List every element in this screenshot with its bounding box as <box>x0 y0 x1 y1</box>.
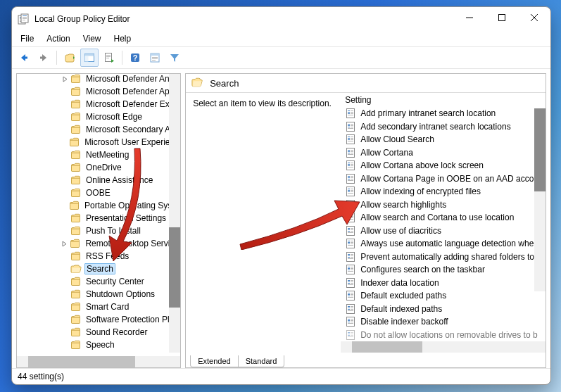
setting-row[interactable]: Indexer data location <box>341 277 546 290</box>
expand-icon[interactable] <box>61 341 69 349</box>
setting-row[interactable]: Allow Cortana <box>341 146 546 160</box>
setting-row[interactable]: Do not allow locations on removable driv… <box>341 329 546 342</box>
setting-row[interactable]: Add secondary intranet search locations <box>341 120 546 134</box>
setting-row[interactable]: Allow use of diacritics <box>341 225 546 238</box>
tree-item[interactable]: Push To Install <box>17 225 180 237</box>
column-header-setting[interactable]: Setting <box>341 93 546 107</box>
tree-item[interactable]: Microsoft Defender Anti <box>17 74 180 85</box>
menu-help[interactable]: Help <box>108 32 137 45</box>
setting-row[interactable]: Allow search and Cortana to use location <box>341 211 546 225</box>
expand-icon[interactable] <box>61 315 69 324</box>
menu-action[interactable]: Action <box>41 32 75 45</box>
tree-item[interactable]: Speech <box>17 339 180 351</box>
setting-row[interactable]: Add primary intranet search location <box>341 107 546 120</box>
tree-item[interactable]: Microsoft Edge <box>17 110 180 123</box>
expand-icon[interactable] <box>61 138 68 146</box>
properties-button[interactable] <box>146 49 164 67</box>
expand-icon[interactable] <box>61 189 69 197</box>
svg-rect-153 <box>348 258 353 259</box>
forward-button[interactable] <box>34 49 53 67</box>
folder-icon <box>70 149 82 160</box>
setting-row[interactable]: Allow search highlights <box>341 198 546 212</box>
expand-icon[interactable] <box>61 87 69 96</box>
expand-icon[interactable] <box>61 303 69 311</box>
tree-item[interactable]: Portable Operating Syste <box>17 199 180 212</box>
tree-item[interactable]: Software Protection Platf <box>17 313 180 326</box>
tree-item[interactable]: Online Assistance <box>17 174 180 186</box>
setting-row[interactable]: Configures search on the taskbar <box>341 263 546 277</box>
expand-icon[interactable] <box>61 290 69 298</box>
tree-item[interactable]: Microsoft Defender Expl <box>17 98 180 110</box>
tree-item[interactable]: RSS Feeds <box>17 250 180 263</box>
svg-rect-22 <box>106 53 112 62</box>
svg-rect-175 <box>351 294 353 295</box>
expand-icon[interactable] <box>61 201 68 210</box>
tab-extended[interactable]: Extended <box>190 355 238 367</box>
tree-item-label: Search <box>84 263 115 274</box>
expand-icon[interactable] <box>61 176 69 184</box>
filter-button[interactable] <box>165 49 184 67</box>
setting-row[interactable]: Always use automatic language detection … <box>341 237 546 251</box>
up-button[interactable] <box>61 49 79 67</box>
menu-view[interactable]: View <box>77 32 107 45</box>
setting-row[interactable]: Default indexed paths <box>341 303 546 316</box>
svg-rect-36 <box>72 77 80 82</box>
tree-item[interactable]: Microsoft Secondary Aut <box>17 123 180 136</box>
expand-icon[interactable] <box>61 214 69 222</box>
tree-item[interactable]: Shutdown Options <box>17 288 180 301</box>
expand-icon[interactable] <box>61 113 69 121</box>
expand-icon[interactable] <box>61 265 69 273</box>
expand-icon[interactable] <box>61 151 69 159</box>
expand-icon[interactable] <box>61 163 69 172</box>
svg-rect-51 <box>72 254 80 260</box>
menu-file[interactable]: File <box>15 32 39 45</box>
maximize-button[interactable] <box>486 7 518 28</box>
tree-item[interactable]: OOBE <box>17 186 180 199</box>
expand-icon[interactable] <box>61 227 69 235</box>
list-vertical-scrollbar[interactable] <box>534 108 546 291</box>
expand-icon[interactable] <box>61 328 69 336</box>
svg-rect-141 <box>348 244 350 244</box>
export-button[interactable] <box>100 49 118 67</box>
tree-vertical-scrollbar[interactable] <box>169 74 180 353</box>
tree-item[interactable]: Microsoft User Experienc <box>17 136 180 148</box>
expand-icon[interactable] <box>61 125 69 134</box>
tree-horizontal-scrollbar[interactable] <box>17 356 180 367</box>
svg-rect-145 <box>348 245 353 246</box>
back-button[interactable] <box>15 49 33 67</box>
setting-row[interactable]: Default excluded paths <box>341 289 546 303</box>
close-button[interactable] <box>518 7 550 28</box>
setting-row[interactable]: Allow Cortana above lock screen <box>341 159 546 172</box>
minimize-button[interactable] <box>453 7 486 28</box>
expand-icon[interactable] <box>61 252 69 260</box>
expand-icon[interactable] <box>61 239 68 248</box>
tree-item[interactable]: OneDrive <box>17 161 180 174</box>
expand-icon[interactable] <box>61 100 69 108</box>
svg-rect-89 <box>348 154 353 155</box>
tree-item[interactable]: Security Center <box>17 275 180 288</box>
setting-row[interactable]: Prevent automatically adding shared fold… <box>341 251 546 264</box>
tree-item[interactable]: NetMeeting <box>17 148 180 161</box>
tree-content[interactable]: Microsoft Defender AntiMicrosoft Defende… <box>17 74 180 356</box>
help-button[interactable]: ? <box>126 49 144 67</box>
svg-rect-65 <box>348 115 353 115</box>
tree-item[interactable]: Smart Card <box>17 301 180 313</box>
setting-row[interactable]: Allow Cloud Search <box>341 133 546 146</box>
tree-item[interactable]: Remote Desktop Service <box>17 237 180 250</box>
setting-row[interactable]: Disable indexer backoff <box>341 315 546 329</box>
show-hide-tree-button[interactable] <box>80 49 99 67</box>
expand-icon[interactable] <box>61 75 69 83</box>
setting-row[interactable]: Allow Cortana Page in OOBE on an AAD acc… <box>341 172 546 186</box>
expand-icon[interactable] <box>61 277 69 286</box>
tree-item[interactable]: Sound Recorder <box>17 326 180 339</box>
tree-item[interactable]: Search <box>17 263 180 275</box>
setting-row[interactable]: Allow indexing of encrypted files <box>341 185 546 198</box>
tree-item[interactable]: Microsoft Defender App <box>17 85 180 98</box>
tree-item[interactable]: Presentation Settings <box>17 212 180 225</box>
settings-rows[interactable]: Add primary intranet search locationAdd … <box>341 107 546 341</box>
tab-standard[interactable]: Standard <box>238 355 285 367</box>
tree-item-label: Push To Install <box>84 226 142 236</box>
list-horizontal-scrollbar[interactable] <box>341 341 546 353</box>
setting-label: Allow use of diacritics <box>360 226 441 236</box>
status-text: 44 setting(s) <box>18 372 64 381</box>
